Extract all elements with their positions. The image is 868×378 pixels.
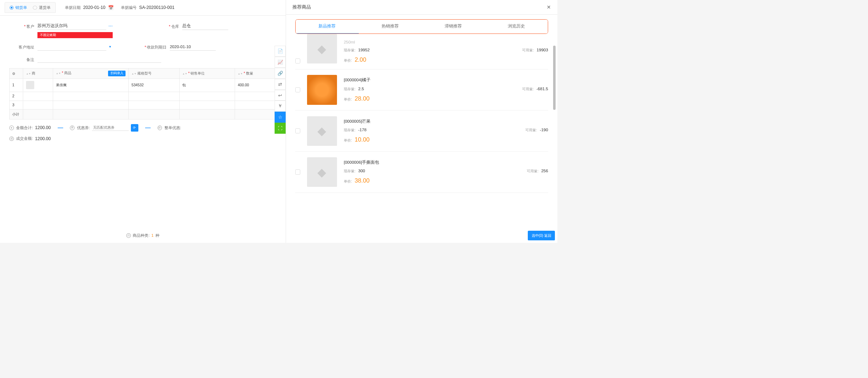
amount-total-value: 1200.00 <box>35 125 51 130</box>
side-toolbar: 📄 📈 🔗 ⇄ ↩ ￥ ☆ ⛶ <box>275 46 286 134</box>
product-checkbox[interactable] <box>295 128 300 133</box>
header-bar: 销货单 退货单 单据日期 2020-01-10 📅 单据编号 SA-202001… <box>0 0 286 16</box>
remark-input[interactable] <box>37 56 161 63</box>
doc-date-label: 单据日期 <box>65 5 81 10</box>
product-checkbox[interactable] <box>295 169 300 174</box>
available-value: -190 <box>540 128 548 132</box>
list-item[interactable]: [0000004]橘子 现存量:2.5 可用量:-681.5 单价:28.00 <box>295 70 548 111</box>
qty-column[interactable]: ▲▼*数量 <box>235 68 276 78</box>
product-checkbox[interactable] <box>295 87 300 92</box>
unit-cell[interactable]: 包 <box>179 78 235 92</box>
product-image <box>307 75 337 104</box>
chart-icon[interactable]: 📈 <box>275 57 286 68</box>
variety-label: 商品种类: <box>133 233 149 238</box>
money-icon[interactable]: ￥ <box>275 101 286 112</box>
sales-form-panel: 销货单 退货单 单据日期 2020-01-10 📅 单据编号 SA-202001… <box>0 0 286 243</box>
tab-hot-sales[interactable]: 热销推荐 <box>359 20 422 34</box>
product-name: [0000006]手撕面包 <box>344 160 548 165</box>
customer-input[interactable] <box>37 22 106 30</box>
document-icon[interactable]: 📄 <box>275 46 286 57</box>
spec-column[interactable]: ▲▼规格型号 <box>128 68 179 78</box>
scrollbar-thumb[interactable] <box>553 46 555 110</box>
list-item[interactable]: ◆ [0000005]芒果 现存量:-178 可用量:-190 单价:10.00 <box>295 111 548 152</box>
settings-column[interactable]: ⚙ <box>9 68 23 78</box>
list-item[interactable]: ◆ 250ml 现存量:19952 可用量:19903 单价:2.00 <box>295 34 548 70</box>
tab-slow-moving[interactable]: 滞销推荐 <box>422 20 485 34</box>
tab-return-order[interactable]: 退货单 <box>33 5 51 10</box>
return-icon[interactable]: ↩ <box>275 90 286 101</box>
due-date-input[interactable] <box>170 43 215 51</box>
price-value: 2.00 <box>355 56 366 63</box>
product-image-placeholder: ◆ <box>307 157 337 187</box>
table-row[interactable]: 1 果倍爽 534532 包 400.00 <box>9 78 276 92</box>
merchant-column[interactable]: ▲▼商 <box>23 68 53 78</box>
product-name: [0000004]橘子 <box>344 77 548 83</box>
price-value: 38.00 <box>355 177 370 184</box>
chevron-down-icon[interactable]: ▼ <box>108 45 112 48</box>
product-image-placeholder: ◆ <box>307 34 337 63</box>
variety-value: 1 <box>152 233 154 237</box>
stock-value: 2.5 <box>358 87 364 91</box>
scan-input-button[interactable]: 扫码录入 <box>108 71 126 76</box>
coupon-icon: 券 <box>70 126 75 130</box>
table-row[interactable]: 2 <box>9 92 276 101</box>
due-date-label: *收款到期日 <box>142 43 167 50</box>
warehouse-label: *仓库 <box>154 22 179 29</box>
unit-column[interactable]: ▲▼*销售单位 <box>179 68 235 78</box>
product-name: 250ml <box>344 40 548 44</box>
select-return-button[interactable]: 选中(0) 返回 <box>528 231 555 240</box>
stock-value: -178 <box>358 128 367 132</box>
product-checkbox[interactable] <box>295 58 300 63</box>
tab-sales-order[interactable]: 销货单 <box>10 5 27 10</box>
customer-label: *客户 <box>9 22 35 29</box>
qty-cell[interactable]: 400.00 <box>235 78 276 92</box>
recommendation-tabs: 新品推荐 热销推荐 滞销推荐 浏览历史 <box>295 19 548 34</box>
product-cell[interactable]: 果倍爽 <box>53 78 129 92</box>
product-thumbnail <box>26 81 34 89</box>
close-icon[interactable]: ✕ <box>547 4 551 10</box>
product-name: [0000005]芒果 <box>344 119 548 124</box>
stock-value: 19952 <box>358 48 370 52</box>
address-input[interactable] <box>37 43 106 51</box>
recommendation-panel: 推荐商品 ✕ 新品推荐 热销推荐 滞销推荐 浏览历史 ◆ 250ml 现存量:1… <box>286 0 557 243</box>
available-value: -681.5 <box>536 87 548 91</box>
exchange-icon[interactable]: ⇄ <box>275 79 286 90</box>
warehouse-input[interactable] <box>182 22 228 30</box>
customer-period-badge: 不固定账期 <box>37 32 113 38</box>
refresh-button[interactable]: ⟳ <box>131 124 138 132</box>
price-value: 10.00 <box>355 136 370 143</box>
coupon-label: 优惠券: <box>77 125 90 131</box>
tab-new-products[interactable]: 新品推荐 <box>296 20 359 34</box>
remark-label: 备注 <box>9 56 35 62</box>
product-column[interactable]: ▲▼*商品扫码录入 <box>53 68 129 78</box>
currency-icon: ¥ <box>9 126 14 130</box>
gear-icon: ⚙ <box>12 72 15 76</box>
calendar-icon[interactable]: 📅 <box>108 5 114 10</box>
link-icon[interactable]: 🔗 <box>275 68 286 79</box>
list-item[interactable]: ◆ [0000006]手撕面包 现存量:300 可用量:256 单价:38.00 <box>295 152 548 193</box>
minus-icon: — <box>58 124 63 131</box>
discount-icon: 折 <box>158 126 162 130</box>
table-row[interactable]: 3 <box>9 101 276 109</box>
row-number: 1 <box>9 78 23 92</box>
document-type-tabs: 销货单 退货单 <box>5 2 56 13</box>
tab-browse-history[interactable]: 浏览历史 <box>485 20 548 34</box>
tab-return-label: 退货单 <box>39 5 51 10</box>
variety-icon: 品 <box>126 233 131 238</box>
more-icon[interactable]: ⋯ <box>108 24 113 29</box>
expand-icon[interactable]: ⛶ <box>275 123 286 134</box>
available-value: 256 <box>541 169 548 173</box>
final-amount-label: 成交金额: <box>16 136 33 141</box>
star-icon[interactable]: ☆ <box>275 112 286 123</box>
bottom-summary: 品 商品种类: 1 种 <box>0 228 286 243</box>
doc-number-label: 单据编号 <box>121 5 137 10</box>
spec-cell[interactable]: 534532 <box>128 78 179 92</box>
minus-icon: — <box>145 124 150 131</box>
subtotal-row: 小计 <box>9 109 276 119</box>
available-value: 19903 <box>537 48 548 52</box>
product-list[interactable]: ◆ 250ml 现存量:19952 可用量:19903 单价:2.00 [000… <box>286 34 557 217</box>
doc-date-value[interactable]: 2020-01-10 <box>83 5 105 10</box>
panel-title: 推荐商品 <box>292 4 311 10</box>
address-label: 客户地址 <box>9 43 35 50</box>
coupon-input[interactable] <box>92 125 129 131</box>
